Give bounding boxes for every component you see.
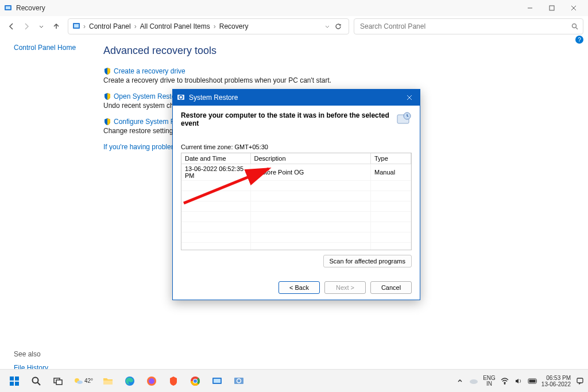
svg-rect-3 bbox=[550, 6, 554, 10]
system-restore-large-icon bbox=[396, 111, 412, 127]
recovery-tool-item: Create a recovery drive Create a recover… bbox=[103, 67, 574, 84]
svg-point-21 bbox=[33, 377, 38, 383]
taskbar: 42° ENG IN bbox=[0, 369, 588, 392]
address-dropdown-icon[interactable] bbox=[324, 24, 335, 29]
start-button[interactable] bbox=[5, 372, 24, 390]
left-sidebar: Control Panel Home See also File History bbox=[0, 37, 103, 369]
clock-time: 06:53 PM bbox=[541, 375, 571, 381]
timezone-label: Current time zone: GMT+05:30 bbox=[181, 143, 412, 150]
volume-icon[interactable] bbox=[514, 377, 523, 386]
address-bar[interactable]: › Control Panel › All Control Panel Item… bbox=[68, 18, 349, 34]
dialog-close-button[interactable] bbox=[403, 92, 416, 103]
breadcrumb-item[interactable]: Control Panel bbox=[88, 22, 132, 30]
brave-icon[interactable] bbox=[164, 372, 183, 390]
chrome-icon[interactable] bbox=[186, 372, 204, 390]
system-restore-dialog: System Restore Restore your computer to … bbox=[172, 89, 420, 300]
svg-rect-7 bbox=[74, 24, 79, 28]
svg-rect-20 bbox=[15, 382, 19, 386]
dialog-title: System Restore bbox=[189, 94, 238, 102]
navigation-toolbar: › Control Panel › All Control Panel Item… bbox=[0, 16, 588, 37]
forward-button[interactable] bbox=[20, 20, 33, 33]
recovery-taskbar-icon[interactable] bbox=[230, 372, 248, 390]
breadcrumb-sep: › bbox=[132, 22, 139, 30]
svg-line-22 bbox=[38, 382, 41, 385]
search-box[interactable] bbox=[354, 18, 583, 34]
svg-line-9 bbox=[576, 28, 578, 29]
system-restore-icon bbox=[176, 93, 185, 102]
back-dialog-button[interactable]: < Back bbox=[278, 281, 320, 294]
restore-points-table[interactable]: Date and Time Description Type 13-06-202… bbox=[181, 153, 412, 250]
battery-icon[interactable] bbox=[528, 377, 537, 386]
svg-rect-18 bbox=[15, 377, 19, 381]
notifications-icon[interactable] bbox=[575, 377, 585, 386]
window-title: Recovery bbox=[16, 4, 45, 12]
weather-widget[interactable]: 42° bbox=[71, 372, 95, 390]
lang-bottom: IN bbox=[483, 381, 496, 387]
svg-point-26 bbox=[77, 381, 83, 384]
breadcrumb-sep: › bbox=[81, 22, 88, 30]
svg-rect-43 bbox=[536, 380, 537, 382]
breadcrumb-item[interactable]: All Control Panel Items bbox=[139, 22, 211, 30]
see-also-label: See also bbox=[14, 350, 103, 358]
task-view-button[interactable] bbox=[49, 372, 67, 390]
col-type[interactable]: Type bbox=[371, 153, 411, 164]
control-panel-icon bbox=[72, 22, 81, 31]
maximize-button[interactable] bbox=[541, 1, 563, 15]
lang-top: ENG bbox=[483, 375, 496, 381]
search-icon bbox=[571, 23, 578, 30]
recovery-app-icon bbox=[3, 3, 13, 13]
taskbar-search-button[interactable] bbox=[27, 372, 45, 390]
refresh-button[interactable] bbox=[335, 23, 345, 30]
svg-rect-45 bbox=[577, 378, 583, 383]
svg-rect-19 bbox=[10, 382, 14, 386]
file-explorer-icon[interactable] bbox=[99, 372, 117, 390]
search-input[interactable] bbox=[359, 22, 571, 31]
back-button[interactable] bbox=[5, 20, 18, 33]
shield-icon bbox=[103, 67, 111, 75]
close-button[interactable] bbox=[563, 1, 585, 15]
up-button[interactable] bbox=[49, 20, 63, 33]
page-heading: Advanced recovery tools bbox=[103, 45, 574, 57]
cell-date-time: 13-06-2022 06:52:35 PM bbox=[181, 164, 250, 181]
minimize-button[interactable] bbox=[519, 1, 541, 15]
svg-point-30 bbox=[149, 378, 154, 384]
dialog-heading: Restore your computer to the state it wa… bbox=[181, 111, 396, 127]
svg-rect-44 bbox=[529, 379, 535, 382]
breadcrumb-item[interactable]: Recovery bbox=[218, 22, 250, 30]
shield-icon bbox=[103, 118, 111, 126]
firefox-icon[interactable] bbox=[142, 372, 161, 390]
onedrive-icon[interactable] bbox=[469, 377, 478, 386]
clock-date: 13-06-2022 bbox=[541, 381, 571, 387]
svg-rect-24 bbox=[56, 380, 62, 385]
svg-point-8 bbox=[572, 24, 577, 28]
svg-rect-17 bbox=[10, 377, 14, 381]
svg-point-40 bbox=[470, 379, 478, 384]
wifi-icon[interactable] bbox=[500, 377, 509, 386]
svg-rect-1 bbox=[6, 6, 10, 9]
cell-type: Manual bbox=[371, 164, 411, 181]
taskbar-clock[interactable]: 06:53 PM 13-06-2022 bbox=[541, 375, 571, 387]
settings-app-icon[interactable] bbox=[208, 372, 226, 390]
svg-rect-27 bbox=[103, 381, 113, 385]
tray-overflow-icon[interactable] bbox=[455, 377, 465, 386]
col-date-time[interactable]: Date and Time bbox=[181, 153, 250, 164]
restore-point-row[interactable]: 13-06-2022 06:52:35 PM Restore Point OG … bbox=[181, 164, 411, 181]
shield-icon bbox=[103, 92, 111, 100]
language-indicator[interactable]: ENG IN bbox=[483, 375, 496, 387]
col-description[interactable]: Description bbox=[250, 153, 371, 164]
cancel-dialog-button[interactable]: Cancel bbox=[370, 281, 412, 294]
open-system-restore-link[interactable]: Open System Restore bbox=[114, 92, 181, 100]
dialog-titlebar[interactable]: System Restore bbox=[173, 90, 420, 106]
svg-rect-37 bbox=[214, 379, 220, 383]
help-icon[interactable]: ? bbox=[575, 36, 583, 44]
next-dialog-button[interactable]: Next > bbox=[324, 281, 366, 294]
edge-browser-icon[interactable] bbox=[121, 372, 139, 390]
create-recovery-drive-link[interactable]: Create a recovery drive bbox=[114, 67, 185, 75]
scan-affected-programs-button[interactable]: Scan for affected programs bbox=[323, 255, 412, 267]
recent-dropdown-icon[interactable] bbox=[34, 20, 48, 33]
svg-point-41 bbox=[504, 383, 505, 384]
svg-point-35 bbox=[194, 379, 197, 383]
control-panel-home-link[interactable]: Control Panel Home bbox=[14, 44, 103, 52]
cell-description: Restore Point OG bbox=[250, 164, 371, 181]
breadcrumb-sep: › bbox=[211, 22, 218, 30]
